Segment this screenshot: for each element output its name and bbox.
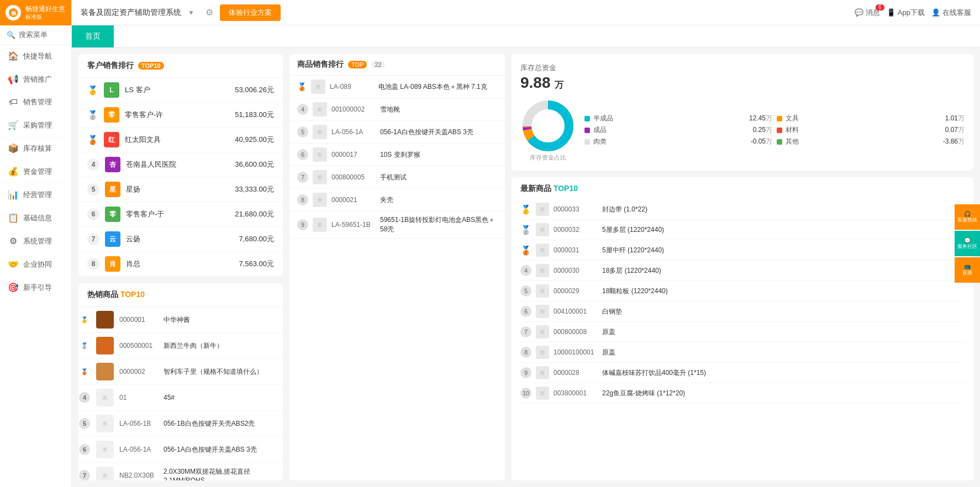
hot-product-item: 6 图 LA-056-1A 056-1A白色按键开关盖ABS 3壳 <box>78 437 283 463</box>
rank-icon: 6 <box>297 149 308 160</box>
legend-item: 肉类 -0.05万 <box>584 137 772 146</box>
rank-avatar: 云 <box>105 231 120 247</box>
newest-product-code: 10000100001 <box>554 348 598 356</box>
product-image: 图 <box>313 193 327 207</box>
sidebar-item-purchase[interactable]: 🛒采购管理 <box>0 114 71 137</box>
newest-product-name: 原盖 <box>602 327 965 337</box>
newest-product-name: 原盖 <box>602 348 965 357</box>
hot-product-code: 0000001 <box>119 316 158 324</box>
legend-item: 半成品 12.45万 <box>584 114 772 123</box>
inventory-chart-area: 库存资金占比 半成品 12.45万 文具 1.01万 成品 0.25万 材料 0… <box>520 98 965 162</box>
hot-product-item: 🥈 000500001 新西兰牛肉（新牛） <box>78 333 283 359</box>
newest-product-code: 0000032 <box>554 226 598 234</box>
finance-icon: 💰 <box>8 166 19 177</box>
trial-button[interactable]: 体验行业方案 <box>220 4 281 21</box>
rank-number: 8 <box>87 258 99 270</box>
legend-color <box>584 116 590 121</box>
sidebar-item-quick-nav[interactable]: 🏠快捷导航 <box>0 45 71 68</box>
rank-number: 7 <box>87 233 99 245</box>
inventory-amount: 9.88 <box>520 74 551 91</box>
quick-nav-icon: 🏠 <box>8 51 19 61</box>
col2: 商品销售排行 TOP 22 🥉 图 LA-089 电池盖 LA-089 ABS本… <box>289 54 505 480</box>
customer-service-btn[interactable]: 🎧 客服热线 <box>955 204 980 230</box>
hot-product-item: 🥇 0000001 中华神酱 <box>78 307 283 333</box>
sidebar-item-label: 企业协同 <box>23 260 52 269</box>
sidebar-item-label: 新手引导 <box>23 283 52 293</box>
product-name: 夹壳 <box>380 195 497 205</box>
sidebar-item-inventory[interactable]: 📦库存核算 <box>0 137 71 160</box>
rank-name: 苍南县人民医院 <box>126 160 229 170</box>
live-icon: 📺 <box>964 263 971 269</box>
system-title: 装备及固定资产辅助管理系统 <box>81 8 181 18</box>
live-btn[interactable]: 📺 直播 <box>955 257 980 283</box>
gear-icon[interactable]: ⚙ <box>206 7 213 18</box>
sidebar-item-guide[interactable]: 🎯新手引导 <box>0 276 71 299</box>
app-download-button[interactable]: 📱 App下载 <box>887 8 925 18</box>
rank-avatar: 杏 <box>105 157 120 172</box>
sidebar-item-finance[interactable]: 💰资金管理 <box>0 160 71 183</box>
hot-product-name: 056-1A白色按键开关盖ABS 3壳 <box>164 445 283 454</box>
rank-name: 云扬 <box>126 234 233 244</box>
hot-rank-icon: 4 <box>78 391 91 404</box>
legend-color <box>584 128 590 133</box>
hot-product-name: 2.0X30MM双搓花轴,搓花直径2.1MM/ROHS <box>164 467 283 481</box>
purchase-icon: 🛒 <box>8 120 19 130</box>
newest-list: 🥇 图 0000033 封边带 (1.0*22) 🥈 图 0000032 5厘多… <box>520 199 965 404</box>
page-header: 首页 <box>72 25 980 47</box>
sidebar-item-marketing[interactable]: 📢营销推广 <box>0 68 71 91</box>
product-rank-item: 🥉 图 LA-089 电池盖 LA-089 ABS本色＋黑种 7.1克 <box>289 76 505 98</box>
rank-number: 5 <box>87 183 99 195</box>
rank-icon: 9 <box>297 219 308 230</box>
rank-name: 零售客户-于 <box>126 209 229 219</box>
rank-number: 7 <box>520 326 531 337</box>
legend-label: 肉类 <box>593 137 747 146</box>
sidebar-item-basic[interactable]: 📋基础信息 <box>0 207 71 230</box>
sidebar-search[interactable]: 🔍 搜索菜单 <box>0 25 71 45</box>
rank-icon: 5 <box>297 126 308 137</box>
rank-item: 4 杏 苍南县人民医院 36,600.00元 <box>78 152 283 177</box>
hot-product-code: 0000002 <box>119 368 158 375</box>
rank-number: 6 <box>520 306 531 317</box>
newest-product-item: 7 图 000800008 原盖 <box>520 322 965 342</box>
sidebar-item-operations[interactable]: 📊经营管理 <box>0 183 71 207</box>
newest-product-item: 🥈 图 0000032 5厘多层 (1220*2440) <box>520 220 965 240</box>
message-badge: 6 <box>876 4 884 10</box>
product-rank-item: 5 图 LA-056-1A 056-1A白色按键开关盖ABS 3壳 <box>289 121 505 144</box>
home-tab[interactable]: 首页 <box>72 25 114 47</box>
hot-product-image <box>96 363 114 380</box>
community-btn[interactable]: 💬 服务社区 <box>955 231 980 256</box>
newest-product-code: 0000033 <box>554 205 598 213</box>
donut-label: 库存资金占比 <box>530 153 566 162</box>
hot-products-title: 热销商品 TOP10 <box>87 290 145 300</box>
sidebar-item-system[interactable]: ⚙系统管理 <box>0 230 71 253</box>
online-service-button[interactable]: 👤 在线客服 <box>931 8 971 18</box>
live-label: 直播 <box>962 269 972 277</box>
rank-name: 零售客户-许 <box>125 110 229 120</box>
hot-product-code: NB2.0X30B <box>119 472 158 479</box>
newest-product-image: 图 <box>536 305 549 318</box>
product-code: 000800005 <box>331 173 376 181</box>
product-image: 图 <box>313 102 327 117</box>
product-rank-list: 🥉 图 LA-089 电池盖 LA-089 ABS本色＋黑种 7.1克 4 图 … <box>289 76 505 480</box>
svg-text:畅: 畅 <box>11 10 16 16</box>
rank-amount: 7,563.00元 <box>239 259 274 269</box>
donut-chart <box>520 98 576 153</box>
headset-icon: 🎧 <box>964 211 971 217</box>
topbar: 装备及固定资产辅助管理系统 ▼ ⚙ 体验行业方案 💬 消息 6 📱 App下载 … <box>72 0 980 25</box>
logo-title: 畅捷通好生意 <box>25 5 65 14</box>
hot-product-image: 图 <box>96 389 114 406</box>
sales-ranking-panel: 客户销售排行 TOP10 🥇 L LS 客户 53,006.26元 🥈 零 零售… <box>78 54 283 277</box>
community-label: 服务社区 <box>957 244 977 250</box>
legend-value: 0.25万 <box>753 125 772 135</box>
legend-item: 成品 0.25万 <box>584 125 772 135</box>
rank-icon: 8 <box>297 194 308 205</box>
rank-number: 10 <box>520 388 531 399</box>
newest-product-name: 封边带 (1.0*22) <box>602 205 965 214</box>
sidebar-item-sales[interactable]: 🏷销售管理 <box>0 91 71 114</box>
hot-product-code: LA-056-1A <box>119 446 158 453</box>
message-button[interactable]: 💬 消息 6 <box>855 8 880 18</box>
sidebar-item-enterprise[interactable]: 🤝企业协同 <box>0 253 71 276</box>
chevron-down-icon[interactable]: ▼ <box>188 9 194 17</box>
col3: 库存总资金 9.88 万 <box>512 54 973 480</box>
rank-icon: 🥉 <box>520 245 531 256</box>
